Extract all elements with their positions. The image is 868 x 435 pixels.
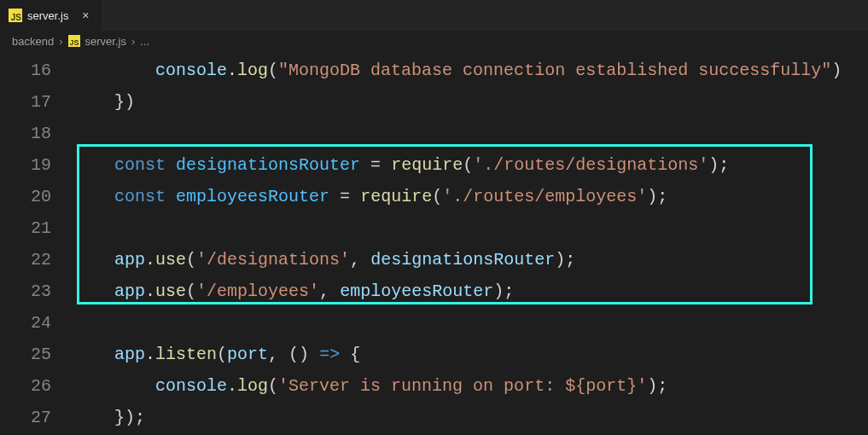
breadcrumb-tail[interactable]: ... — [140, 35, 149, 48]
code-line[interactable]: 23 app.use('/employees', employeesRouter… — [0, 276, 868, 307]
code-editor[interactable]: 16 console.log("MongoDB database connect… — [0, 51, 868, 433]
code-line[interactable]: 19 const designationsRouter = require('.… — [0, 149, 868, 181]
line-number: 25 — [0, 339, 73, 370]
tab-bar: JS server.js × — [0, 0, 868, 31]
code-line[interactable]: 26 console.log('Server is running on por… — [0, 370, 868, 402]
line-number: 22 — [0, 244, 73, 276]
line-number: 16 — [0, 55, 73, 86]
js-icon: JS — [9, 9, 22, 22]
breadcrumb-segment[interactable]: backend — [12, 35, 54, 48]
line-number: 21 — [0, 212, 73, 244]
line-number: 17 — [0, 86, 73, 118]
chevron-right-icon: › — [131, 35, 135, 48]
line-number: 26 — [0, 370, 73, 402]
code-line[interactable]: 25 app.listen(port, () => { — [0, 339, 868, 370]
line-number: 24 — [0, 307, 73, 339]
chevron-right-icon: › — [59, 35, 62, 48]
tab-filename: server.js — [27, 9, 68, 22]
line-number: 23 — [0, 276, 73, 307]
code-line[interactable]: 20 const employeesRouter = require('./ro… — [0, 181, 868, 212]
code-line[interactable]: 27 }); — [0, 402, 868, 433]
js-icon: JS — [68, 35, 80, 47]
tab-serverjs[interactable]: JS server.js × — [0, 0, 102, 31]
code-line[interactable]: 16 console.log("MongoDB database connect… — [0, 55, 868, 86]
close-icon[interactable]: × — [79, 9, 92, 22]
breadcrumb-segment[interactable]: server.js — [85, 35, 126, 48]
breadcrumbs[interactable]: backend › JS server.js › ... — [0, 31, 868, 51]
code-line[interactable]: 17 }) — [0, 86, 868, 118]
code-line[interactable]: 21 — [0, 212, 868, 244]
line-number: 20 — [0, 181, 73, 212]
code-line[interactable]: 22 app.use('/designations', designations… — [0, 244, 868, 276]
code-line[interactable]: 18 — [0, 118, 868, 149]
line-number: 18 — [0, 118, 73, 149]
line-number: 19 — [0, 149, 73, 181]
line-number: 27 — [0, 402, 73, 433]
code-line[interactable]: 24 — [0, 307, 868, 339]
